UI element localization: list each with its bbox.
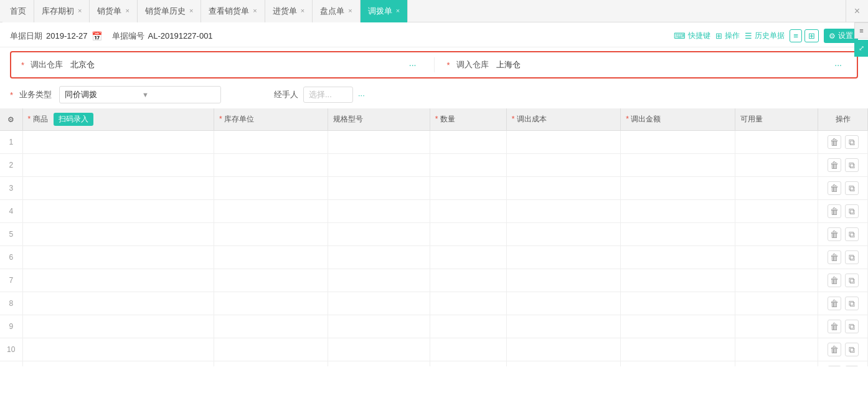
qty-cell[interactable]	[430, 246, 506, 269]
copy-row-button[interactable]: ⧉	[845, 366, 859, 366]
product-cell[interactable]	[22, 292, 214, 315]
tab-transfer-close[interactable]: ×	[396, 7, 400, 14]
tab-sales-history-close[interactable]: ×	[189, 7, 193, 14]
spec-cell[interactable]	[328, 338, 430, 361]
available-cell[interactable]	[735, 361, 818, 367]
spec-cell[interactable]	[328, 269, 430, 292]
amount-cell[interactable]	[621, 200, 735, 223]
tab-sales-history[interactable]: 销货单历史 ×	[138, 0, 201, 22]
available-cell[interactable]	[735, 269, 818, 292]
tab-sales-order[interactable]: 销货单 ×	[90, 0, 137, 22]
history-button[interactable]: ☰ 历史单据	[745, 31, 785, 41]
product-cell[interactable]	[22, 315, 214, 338]
spec-cell[interactable]	[328, 154, 430, 177]
copy-row-button[interactable]: ⧉	[845, 274, 859, 287]
available-cell[interactable]	[735, 200, 818, 223]
unit-cell[interactable]	[214, 154, 328, 177]
copy-row-button[interactable]: ⧉	[845, 320, 859, 333]
cost-cell[interactable]	[506, 200, 620, 223]
product-cell[interactable]	[22, 131, 214, 154]
cost-cell[interactable]	[506, 177, 620, 200]
amount-cell[interactable]	[621, 315, 735, 338]
product-cell[interactable]	[22, 269, 214, 292]
delete-row-button[interactable]: 🗑	[828, 274, 841, 287]
cost-cell[interactable]	[506, 338, 620, 361]
qty-cell[interactable]	[430, 338, 506, 361]
qty-cell[interactable]	[430, 315, 506, 338]
delete-row-button[interactable]: 🗑	[828, 250, 841, 264]
unit-cell[interactable]	[214, 292, 328, 315]
amount-cell[interactable]	[621, 361, 735, 367]
unit-cell[interactable]	[214, 200, 328, 223]
tab-inventory-init[interactable]: 库存期初 ×	[34, 0, 90, 22]
unit-cell[interactable]	[214, 223, 328, 246]
layout-list-btn[interactable]: ≡	[790, 29, 802, 42]
qty-cell[interactable]	[430, 223, 506, 246]
tab-inventory-check[interactable]: 盘点单 ×	[313, 0, 360, 22]
product-cell[interactable]	[22, 361, 214, 367]
sidebar-expand-btn[interactable]: ⤢	[854, 40, 868, 57]
available-cell[interactable]	[735, 223, 818, 246]
amount-cell[interactable]	[621, 292, 735, 315]
product-cell[interactable]	[22, 154, 214, 177]
qty-cell[interactable]	[430, 131, 506, 154]
window-close-button[interactable]: ×	[846, 0, 868, 22]
amount-cell[interactable]	[621, 177, 735, 200]
product-cell[interactable]	[22, 200, 214, 223]
delete-row-button[interactable]: 🗑	[828, 227, 841, 241]
tab-view-sales[interactable]: 查看销货单 ×	[201, 0, 265, 22]
in-warehouse-value[interactable]: 上海仓	[496, 59, 521, 70]
spec-cell[interactable]	[328, 200, 430, 223]
delete-row-button[interactable]: 🗑	[828, 366, 841, 366]
delete-row-button[interactable]: 🗑	[828, 204, 841, 218]
copy-row-button[interactable]: ⧉	[845, 227, 859, 241]
available-cell[interactable]	[735, 338, 818, 361]
out-warehouse-more-btn[interactable]: ···	[404, 60, 422, 70]
business-type-select[interactable]: 同价调拨 ▼	[59, 86, 221, 103]
cost-cell[interactable]	[506, 223, 620, 246]
product-cell[interactable]	[22, 177, 214, 200]
scan-code-button[interactable]: 扫码录入	[54, 113, 93, 126]
qty-cell[interactable]	[430, 269, 506, 292]
available-cell[interactable]	[735, 177, 818, 200]
amount-cell[interactable]	[621, 246, 735, 269]
cost-cell[interactable]	[506, 154, 620, 177]
spec-cell[interactable]	[328, 292, 430, 315]
tab-sales-order-close[interactable]: ×	[125, 7, 129, 14]
available-cell[interactable]	[735, 315, 818, 338]
available-cell[interactable]	[735, 154, 818, 177]
tab-inventory-check-close[interactable]: ×	[348, 7, 352, 14]
amount-cell[interactable]	[621, 338, 735, 361]
spec-cell[interactable]	[328, 315, 430, 338]
copy-row-button[interactable]: ⧉	[845, 181, 859, 195]
person-more-btn[interactable]: ···	[358, 90, 365, 100]
available-cell[interactable]	[735, 246, 818, 269]
cost-cell[interactable]	[506, 361, 620, 367]
cost-cell[interactable]	[506, 131, 620, 154]
delete-row-button[interactable]: 🗑	[828, 343, 841, 356]
copy-row-button[interactable]: ⧉	[845, 135, 859, 149]
sidebar-list-btn[interactable]: ≡	[854, 22, 868, 39]
tab-purchase[interactable]: 进货单 ×	[265, 0, 313, 22]
person-select[interactable]: 选择...	[303, 87, 353, 103]
available-cell[interactable]	[735, 292, 818, 315]
unit-cell[interactable]	[214, 361, 328, 367]
tab-home[interactable]: 首页	[2, 0, 34, 22]
cost-cell[interactable]	[506, 246, 620, 269]
calendar-icon[interactable]: 📅	[92, 31, 102, 41]
cost-cell[interactable]	[506, 269, 620, 292]
tab-transfer[interactable]: 调拨单 ×	[361, 0, 408, 22]
delete-row-button[interactable]: 🗑	[828, 297, 841, 310]
cost-cell[interactable]	[506, 315, 620, 338]
unit-cell[interactable]	[214, 177, 328, 200]
copy-row-button[interactable]: ⧉	[845, 343, 859, 356]
in-warehouse-more-btn[interactable]: ···	[829, 60, 847, 70]
product-cell[interactable]	[22, 246, 214, 269]
qty-cell[interactable]	[430, 292, 506, 315]
product-cell[interactable]	[22, 338, 214, 361]
cost-cell[interactable]	[506, 292, 620, 315]
spec-cell[interactable]	[328, 223, 430, 246]
qty-cell[interactable]	[430, 177, 506, 200]
out-warehouse-value[interactable]: 北京仓	[70, 59, 95, 70]
delete-row-button[interactable]: 🗑	[828, 320, 841, 333]
